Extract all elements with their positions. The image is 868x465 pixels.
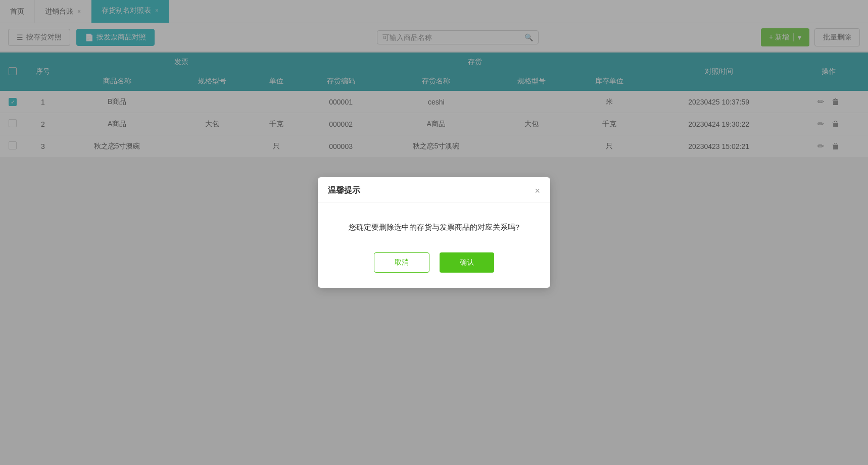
modal-overlay: 温馨提示 × 您确定要删除选中的存货与发票商品的对应关系吗? 取消 确认 xyxy=(0,0,868,158)
